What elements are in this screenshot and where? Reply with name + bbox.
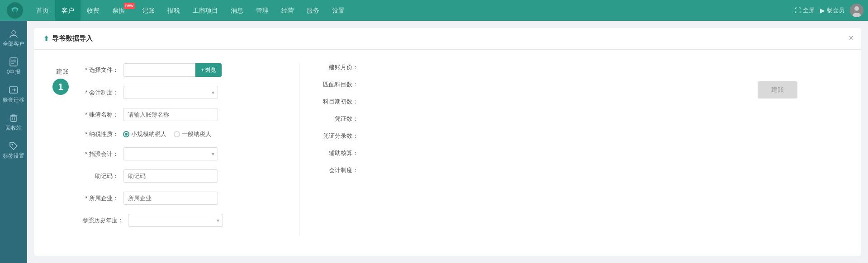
build-account-button[interactable]: 建账 [758,81,797,99]
radio-dot-1 [123,131,129,137]
nav-items: 首页 客户 收费 票据 new 记账 报税 工商项目 消息 管理 经营 服务 设… [30,0,795,21]
file-row: * 选择文件： +浏览 [82,63,281,77]
history-year-label: 参照历史年度： [82,216,123,225]
company-input[interactable] [123,192,218,205]
nav-settings[interactable]: 设置 [326,0,351,21]
history-year-select[interactable] [128,214,223,227]
sidebar-item-account-migration[interactable]: 账套迁移 [0,81,27,108]
tax-type-radio-group: 小规模纳税人 一般纳税人 [123,130,211,138]
voucher-entries-label: 凭证分录数： [318,132,358,140]
mnemonic-input[interactable] [123,169,218,183]
build-month-row: 建账月份： [318,63,843,71]
tax-option1[interactable]: 小规模纳税人 [123,130,166,138]
app-logo [5,0,25,21]
fullscreen-btn[interactable]: ⛶ 全屏 [795,6,815,14]
main-content: ⬆ 导爷数据导入 × 建账 1 * 选择文件： +浏览 [27,21,868,263]
match-subjects-label: 匹配科目数： [318,80,358,89]
assign-accountant-row: * 指派会计： [82,147,281,160]
nav-tickets[interactable]: 票据 new [106,0,136,21]
assign-accountant-wrapper [123,147,218,160]
svg-point-3 [854,6,859,11]
tax-option2[interactable]: 一般纳税人 [174,130,211,138]
company-label: * 所属企业： [82,194,119,202]
recycle-bin-icon [9,113,19,123]
aux-accounting-row: 辅助核算： [318,149,843,157]
new-badge: new [124,3,135,9]
sidebar-zero-declaration-label: 0申报 [7,68,21,76]
step-section: 建账 1 [52,63,82,236]
nav-business[interactable]: 工商项目 [186,0,224,21]
tag-settings-icon [9,141,19,151]
ledger-name-input[interactable] [123,108,218,121]
sidebar-tag-settings-label: 标签设置 [3,152,24,160]
sidebar-item-all-customers[interactable]: 全部客户 [0,25,27,52]
all-customers-icon [9,29,19,39]
dialog-header: ⬆ 导爷数据导入 [34,28,861,50]
close-button[interactable]: × [849,33,854,43]
subject-init-row: 科目期初数： [318,98,843,106]
sidebar-recycle-bin-label: 回收站 [5,124,22,132]
assign-accountant-label: * 指派会计： [82,150,119,158]
nav-right: ⛶ 全屏 ▶ 畅会员 [795,4,863,17]
assign-accountant-select[interactable] [123,147,218,160]
avatar[interactable] [850,4,863,17]
mnemonic-row: 助记码： [82,169,281,183]
nav-messages[interactable]: 消息 [224,0,250,21]
browse-button[interactable]: +浏览 [195,63,222,77]
nav-customers[interactable]: 客户 [55,0,81,21]
top-navigation: 首页 客户 收费 票据 new 记账 报税 工商项目 消息 管理 经营 服务 设… [0,0,868,21]
accounting-system-select[interactable] [123,86,218,99]
ledger-name-label: * 账簿名称： [82,111,119,119]
account-migration-icon [9,85,19,95]
dialog-title: 导爷数据导入 [52,34,93,43]
sidebar-account-migration-label: 账套迁移 [3,96,24,104]
import-icon: ⬆ [43,35,49,43]
file-input-group: +浏览 [123,63,222,77]
sidebar-all-customers-label: 全部客户 [3,40,24,48]
build-month-label: 建账月份： [318,63,358,71]
sidebar: 全部客户 0申报 账套迁移 [0,21,27,263]
info-section: 建账月份： 匹配科目数： 科目期初数： 建账 凭证数： [299,63,843,236]
mnemonic-label: 助记码： [82,172,119,180]
tax-type-row: * 纳税性质： 小规模纳税人 一般纳税人 [82,130,281,138]
import-dialog: ⬆ 导爷数据导入 × 建账 1 * 选择文件： +浏览 [34,28,861,256]
tax-type-label: * 纳税性质： [82,130,119,138]
accounting-system-label: * 会计制度： [82,89,119,97]
voucher-entries-row: 凭证分录数： [318,132,843,140]
member-btn[interactable]: ▶ 畅会员 [820,6,844,14]
dialog-body: 建账 1 * 选择文件： +浏览 * 会计制度： [34,50,861,249]
accounting-system-info-row: 会计制度： [318,166,843,174]
accounting-system-info-label: 会计制度： [318,166,358,174]
company-row: * 所属企业： [82,192,281,205]
nav-bookkeeping[interactable]: 记账 [136,0,161,21]
history-year-wrapper [128,214,223,227]
nav-home[interactable]: 首页 [30,0,55,21]
voucher-count-label: 凭证数： [318,115,358,123]
nav-tax[interactable]: 报税 [161,0,186,21]
zero-declaration-icon [9,57,19,67]
voucher-count-row: 凭证数： [318,115,843,123]
ledger-name-row: * 账簿名称： [82,108,281,121]
svg-point-5 [12,31,15,34]
file-input[interactable] [123,63,195,77]
step-circle: 1 [52,79,69,95]
sidebar-item-zero-declaration[interactable]: 0申报 [0,53,27,80]
aux-accounting-label: 辅助核算： [318,149,358,157]
nav-management[interactable]: 管理 [250,0,275,21]
history-year-row: 参照历史年度： [82,214,281,227]
accounting-system-row: * 会计制度： [82,86,281,99]
nav-services[interactable]: 服务 [300,0,326,21]
subject-init-label: 科目期初数： [318,98,358,106]
radio-dot-2 [174,131,180,137]
nav-billing[interactable]: 收费 [81,0,106,21]
form-section: * 选择文件： +浏览 * 会计制度： [82,63,299,236]
svg-point-14 [12,144,13,146]
sidebar-item-recycle-bin[interactable]: 回收站 [0,109,27,136]
step-label: 建账 [56,68,69,76]
build-button-container: 建账 [758,81,797,99]
sidebar-item-tag-settings[interactable]: 标签设置 [0,137,27,164]
accounting-system-wrapper [123,86,218,99]
svg-point-1 [13,9,17,12]
nav-operations[interactable]: 经营 [275,0,300,21]
file-label: * 选择文件： [82,66,119,74]
